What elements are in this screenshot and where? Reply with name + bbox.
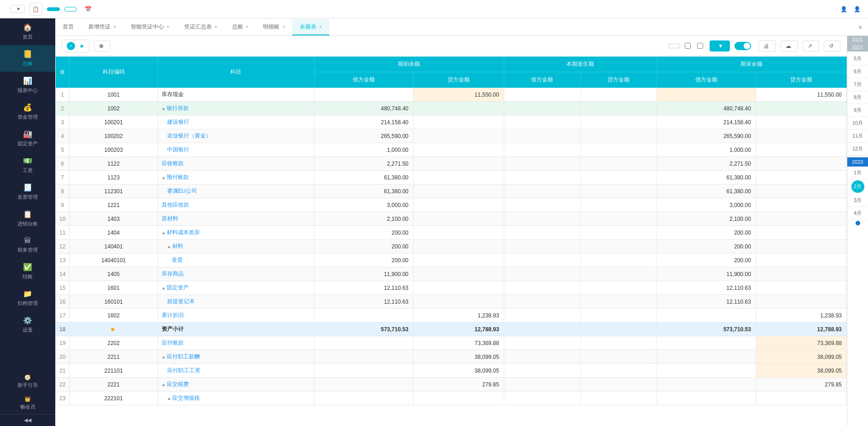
tab-smart-center[interactable]: 智能凭证中心 ×	[123, 19, 177, 35]
month-1[interactable]: 1月	[847, 167, 868, 179]
sidebar-item-purchase[interactable]: 📋 进销台账	[0, 205, 55, 232]
row-name[interactable]: 中国银行	[157, 143, 314, 157]
row-curCredit	[580, 253, 657, 267]
workbench-button[interactable]	[47, 7, 60, 11]
sidebar-item-salary[interactable]: 💵 工资	[0, 152, 55, 178]
row-endDebit: 214,158.40	[657, 115, 756, 129]
show-aux-checkbox[interactable]	[685, 43, 693, 49]
sidebar-item-capital[interactable]: 💰 资金管理	[0, 98, 55, 125]
row-openCredit	[414, 253, 504, 267]
month-5[interactable]: 5月	[847, 52, 868, 65]
company-selector[interactable]: ▼	[10, 5, 25, 13]
row-name[interactable]: ▲ 应付职工薪酬	[157, 350, 314, 364]
tab-home[interactable]: 首页	[55, 19, 81, 35]
row-name[interactable]: 应付账款	[157, 336, 314, 350]
row-name[interactable]: 赛属EU公司	[157, 184, 314, 198]
company-dropdown-icon: ▼	[16, 6, 21, 12]
row-name[interactable]: ▲ 银行存款	[157, 102, 314, 115]
sidebar-item-reports[interactable]: 📊 报表中心	[0, 72, 55, 98]
toggle-switch[interactable]	[734, 42, 751, 50]
row-name[interactable]: 其他应收款	[157, 198, 314, 212]
copy-icon[interactable]: 📋	[29, 3, 42, 16]
switch-version-button[interactable]	[64, 7, 76, 12]
month-8[interactable]: 8月	[847, 91, 868, 104]
settings-col-header[interactable]: ⚙	[56, 57, 70, 88]
purchase-icon: 📋	[23, 210, 32, 219]
row-name[interactable]: ▲ 预付账款	[157, 171, 314, 184]
row-name[interactable]: 库存商品	[157, 267, 314, 281]
month-9[interactable]: 9月	[847, 104, 868, 117]
tab-new-voucher-close[interactable]: ×	[113, 24, 116, 29]
month-6[interactable]: 6月	[847, 65, 868, 78]
row-endCredit	[756, 391, 846, 405]
tab-balance-close[interactable]: ×	[319, 24, 322, 29]
row-endDebit: 200.00	[657, 253, 756, 267]
aux-checkbox-input[interactable]	[685, 43, 691, 49]
calendar-icon[interactable]: 📅	[85, 6, 92, 12]
tab-new-voucher[interactable]: 新增凭证 ×	[81, 19, 123, 35]
year-checkbox-input[interactable]	[697, 43, 703, 49]
tab-detail[interactable]: 明细账 ×	[256, 19, 292, 35]
month-3[interactable]: 3月	[847, 194, 868, 207]
sidebar-item-ledger[interactable]: 📒 总账	[0, 45, 55, 72]
consult-link[interactable]: 👤	[840, 6, 847, 12]
row-curDebit	[504, 240, 580, 253]
sidebar-item-member[interactable]: 👑 畅会员	[0, 392, 55, 414]
month-10[interactable]: 10月	[847, 117, 868, 130]
expand-more-button[interactable]: ⊕	[94, 40, 111, 52]
row-name[interactable]: ▲ 应交税费	[157, 378, 314, 391]
row-name[interactable]: 建设银行	[157, 115, 314, 129]
row-name[interactable]: ▲ 应交增值税	[157, 391, 314, 405]
row-curCredit	[580, 350, 657, 364]
close-all-tabs-button[interactable]: ×	[853, 20, 868, 35]
month-11[interactable]: 11月	[847, 130, 868, 143]
sidebar-item-invoice[interactable]: 🧾 发票管理	[0, 178, 55, 205]
sidebar-item-tax[interactable]: 🏛 税务管理	[0, 232, 55, 258]
row-name[interactable]: 壹蛋	[157, 253, 314, 267]
tab-smart-center-close[interactable]: ×	[167, 24, 169, 29]
month-7[interactable]: 7月	[847, 78, 868, 91]
circle-indicator-1[interactable]	[856, 221, 860, 225]
tab-ledger-close[interactable]: ×	[246, 24, 249, 29]
print-button[interactable]: 🖨	[758, 40, 776, 52]
user-info[interactable]: 👤	[854, 6, 862, 12]
row-name[interactable]: 鼓提签记本	[157, 295, 314, 309]
row-endDebit: 480,748.40	[657, 102, 756, 115]
row-curCredit	[580, 391, 657, 405]
all-filter-button[interactable]: ✓ ▶	[62, 40, 89, 52]
row-name[interactable]: 原材料	[157, 212, 314, 226]
tab-detail-close[interactable]: ×	[282, 24, 285, 29]
month-12[interactable]: 12月	[847, 143, 868, 155]
row-name[interactable]: 农业银行（黄金）	[157, 129, 314, 143]
sidebar-item-assets[interactable]: 🏭 固定资产	[0, 125, 55, 152]
refresh-button[interactable]: ↺	[824, 40, 840, 52]
return-old-button[interactable]	[668, 44, 680, 48]
row-name[interactable]: ▲ 材料	[157, 240, 314, 253]
full-form-button[interactable]: ▼	[710, 40, 730, 52]
row-name[interactable]: ▲ 固定资产	[157, 281, 314, 295]
row-num: 12	[56, 240, 70, 253]
cloud-print-button[interactable]: ☁	[781, 40, 798, 52]
row-name[interactable]: 应付职工工资	[157, 364, 314, 378]
tab-voucher-summary-close[interactable]: ×	[215, 24, 217, 29]
sidebar-item-guide[interactable]: 🧭 新手引导	[0, 371, 55, 392]
month-4[interactable]: 4月	[847, 207, 868, 220]
sidebar-item-home[interactable]: 🏠 首页	[0, 18, 55, 45]
tab-balance[interactable]: 余额表 ×	[292, 19, 329, 35]
row-openDebit: 200.00	[314, 240, 413, 253]
sidebar-item-settings[interactable]: ⚙️ 设置	[0, 311, 55, 338]
row-name[interactable]: 应收账款	[157, 157, 314, 171]
row-num: 14	[56, 267, 70, 281]
row-openDebit	[314, 309, 413, 322]
row-name[interactable]: 累计折旧	[157, 309, 314, 322]
pin-toggle[interactable]: ◀◀	[0, 414, 55, 426]
sidebar-item-archive[interactable]: 📁 归档管理	[0, 285, 55, 311]
tab-voucher-summary[interactable]: 凭证汇总表 ×	[177, 19, 225, 35]
show-year-checkbox[interactable]	[697, 43, 705, 49]
cloud-icon: ☁	[786, 43, 791, 49]
month-2[interactable]: 2月	[851, 180, 864, 193]
tab-ledger[interactable]: 总账 ×	[225, 19, 256, 35]
export-button[interactable]: ↗	[803, 40, 819, 52]
row-name[interactable]: ▲ 材料成本差异	[157, 226, 314, 240]
sidebar-item-settle[interactable]: ✅ 结账	[0, 258, 55, 285]
